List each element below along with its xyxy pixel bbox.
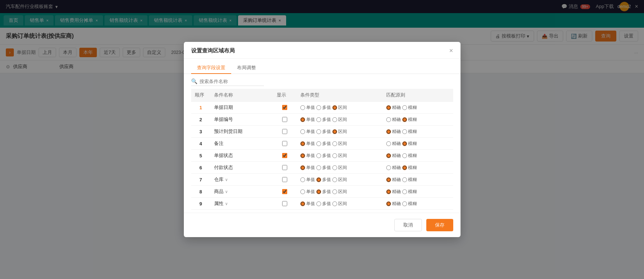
tab-query-fields[interactable]: 查询字段设置	[191, 62, 231, 73]
dialog-tabs: 查询字段设置 布局调整	[184, 59, 461, 73]
tab-layout-adjust[interactable]: 布局调整	[231, 62, 262, 73]
dialog-header: 设置查询区域布局 ×	[184, 42, 461, 59]
dialog-close-button[interactable]: ×	[449, 47, 453, 55]
dialog-title: 设置查询区域布局	[191, 47, 235, 54]
settings-dialog: 设置查询区域布局 × 查询字段设置 布局调整 🔍 顺序 条件名称	[184, 42, 461, 73]
dialog-overlay: 设置查询区域布局 × 查询字段设置 布局调整 🔍 顺序 条件名称	[0, 0, 644, 73]
